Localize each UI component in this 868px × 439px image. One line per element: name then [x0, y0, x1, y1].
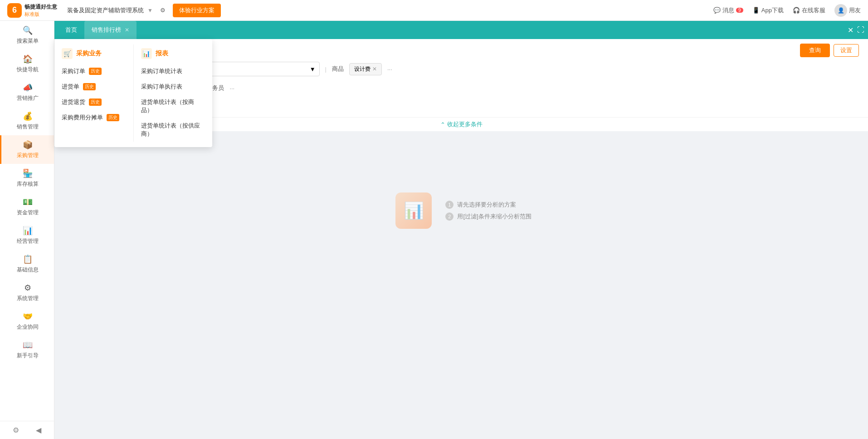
set-button[interactable]: 设置	[834, 44, 859, 57]
settings-icon[interactable]: ⚙	[156, 4, 169, 17]
user-menu-button[interactable]: 👤 用友	[834, 4, 861, 17]
tab-close-window-icon[interactable]: ✕	[848, 26, 853, 35]
purchase-business-column: 🛒 采购业务 采购订单历史进货单历史进货退货历史采购费用分摊单历史	[54, 44, 133, 142]
sidebar-item-system[interactable]: ⚙系统管理	[0, 278, 54, 307]
sidebar: 🔍搜索菜单🏠快捷导航📣营销推广💰销售管理📦采购管理🏪库存核算💵资金管理📊经营管理…	[0, 21, 54, 439]
sales-label: 销售管理	[17, 123, 39, 131]
sidebar-item-search[interactable]: 🔍搜索菜单	[0, 21, 54, 49]
navigation-icon: 🏠	[23, 54, 33, 64]
purchase-dropdown-menu: 🛒 采购业务 采购订单历史进货单历史进货退货历史采购费用分摊单历史 📊 报表 采…	[54, 39, 212, 147]
report-menu-item[interactable]: 进货单统计表（按供应商）	[141, 118, 205, 142]
home-tab-label: 首页	[65, 26, 77, 34]
avatar: 👤	[834, 4, 847, 17]
sidebar-collapse-icon[interactable]: ◀	[36, 426, 41, 434]
basic-label: 基础信息	[17, 266, 39, 274]
tab-sales-ranking[interactable]: 销售排行榜 ✕	[84, 21, 137, 39]
report-menu-item[interactable]: 进货单统计表（按商品）	[141, 94, 205, 118]
menu-item-label: 采购费用分摊单	[62, 113, 103, 122]
inventory-label: 库存核算	[17, 180, 39, 188]
product-more-icon[interactable]: ···	[387, 66, 392, 73]
purchase-menu-item[interactable]: 进货退货历史	[62, 94, 126, 110]
app-download-button[interactable]: 📱 App下载	[752, 6, 784, 15]
separator-1: |	[325, 66, 327, 73]
salesperson-more-icon[interactable]: ···	[229, 85, 234, 92]
collapse-up-icon: ⌃	[440, 121, 445, 128]
search-icon: 🔍	[23, 25, 33, 35]
query-button[interactable]: 查询	[800, 44, 830, 57]
navigation-label: 快捷导航	[17, 66, 39, 74]
menu-item-label: 进货单统计表（按商品）	[141, 98, 205, 114]
tab-bar-right: ✕ ⛶	[848, 26, 864, 35]
phone-icon: 📱	[752, 7, 760, 14]
sidebar-items: 🔍搜索菜单🏠快捷导航📣营销推广💰销售管理📦采购管理🏪库存核算💵资金管理📊经营管理…	[0, 21, 54, 364]
industry-button[interactable]: 体验行业方案	[173, 4, 221, 17]
marketing-icon: 📣	[23, 83, 33, 93]
sidebar-item-operation[interactable]: 📊经营管理	[0, 221, 54, 250]
dropdown-arrow-icon[interactable]: ▼	[147, 7, 153, 14]
empty-tip-2: 2 用[过滤]条件来缩小分析范围	[445, 211, 531, 222]
sidebar-item-guide[interactable]: 📖新手引导	[0, 335, 54, 364]
system-icon: ⚙	[24, 283, 31, 293]
product-label: 商品	[332, 65, 344, 73]
tip-num-1: 1	[445, 201, 454, 209]
notification-badge: 9	[736, 8, 743, 13]
cooperation-icon: 🤝	[23, 311, 33, 321]
basic-icon: 📋	[23, 254, 33, 264]
sidebar-item-cooperation[interactable]: 🤝企业协同	[0, 307, 54, 335]
report-menu-item[interactable]: 采购订单统计表	[141, 64, 205, 79]
logo-area: 6 畅捷通好生意 标准版	[7, 3, 62, 18]
online-service-button[interactable]: 🎧 在线客服	[793, 6, 825, 15]
tab-fullscreen-icon[interactable]: ⛶	[857, 26, 864, 34]
logo-text: 畅捷通好生意 标准版	[24, 3, 57, 18]
history-badge: 历史	[89, 68, 102, 75]
purchase-menu-item[interactable]: 采购订单历史	[62, 64, 126, 79]
operation-label: 经营管理	[17, 237, 39, 245]
sidebar-item-sales[interactable]: 💰销售管理	[0, 107, 54, 135]
system-label: 系统管理	[17, 295, 39, 302]
finance-label: 资金管理	[17, 209, 39, 217]
guide-icon: 📖	[23, 340, 33, 350]
purchase-label: 采购管理	[17, 152, 39, 159]
inventory-icon: 🏪	[23, 168, 33, 178]
purchase-menu-item[interactable]: 采购费用分摊单历史	[62, 110, 126, 125]
sales-icon: 💰	[23, 111, 33, 121]
purchase-items-list: 采购订单历史进货单历史进货退货历史采购费用分摊单历史	[62, 64, 126, 125]
purchase-column-header: 🛒 采购业务	[62, 44, 126, 64]
sales-ranking-tab-label: 销售排行榜	[92, 26, 121, 34]
report-column: 📊 报表 采购订单统计表采购订单执行表进货单统计表（按商品）进货单统计表（按供应…	[133, 44, 213, 142]
tab-home[interactable]: 首页	[58, 21, 84, 39]
tab-bar: 首页 销售排行榜 ✕ ✕ ⛶	[54, 21, 868, 39]
cooperation-label: 企业协同	[17, 323, 39, 331]
report-icon: 📊	[141, 48, 152, 59]
empty-illustration: 📊	[391, 188, 436, 233]
headset-icon: 🎧	[793, 7, 800, 14]
search-label: 搜索菜单	[17, 37, 39, 45]
sidebar-item-finance[interactable]: 💵资金管理	[0, 192, 54, 221]
sidebar-item-basic[interactable]: 📋基础信息	[0, 250, 54, 278]
empty-state: 📊 1 请先选择要分析的方案 2 用[过滤]条件来缩小分析范围	[54, 131, 868, 290]
purchase-menu-item[interactable]: 进货单历史	[62, 79, 126, 94]
sidebar-bottom: ⚙ ◀	[0, 421, 54, 439]
sidebar-item-purchase[interactable]: 📦采购管理	[0, 135, 54, 164]
empty-tips: 1 请先选择要分析的方案 2 用[过滤]条件来缩小分析范围	[445, 199, 531, 222]
finance-icon: 💵	[23, 197, 33, 207]
tab-close-icon[interactable]: ✕	[125, 27, 129, 33]
report-menu-item[interactable]: 采购订单执行表	[141, 79, 205, 94]
menu-item-label: 采购订单	[62, 67, 85, 75]
sidebar-item-marketing[interactable]: 📣营销推广	[0, 78, 54, 107]
history-badge: 历史	[83, 83, 96, 90]
guide-label: 新手引导	[17, 352, 39, 360]
message-icon: 💬	[713, 7, 721, 14]
system-title: 装备及固定资产辅助管理系统	[67, 6, 144, 15]
header-right: 💬 消息 9 📱 App下载 🎧 在线客服 👤 用友	[713, 4, 861, 17]
history-badge: 历史	[107, 114, 119, 121]
empty-tip-1: 1 请先选择要分析的方案	[445, 199, 531, 211]
product-tag: 设计费 ✕	[349, 63, 382, 75]
product-tag-close[interactable]: ✕	[372, 66, 377, 72]
sidebar-item-inventory[interactable]: 🏪库存核算	[0, 164, 54, 192]
sidebar-settings-icon[interactable]: ⚙	[13, 426, 19, 434]
notification-button[interactable]: 💬 消息 9	[713, 6, 743, 15]
select-arrow-icon: ▼	[310, 66, 316, 73]
sidebar-item-navigation[interactable]: 🏠快捷导航	[0, 49, 54, 78]
header-middle: 装备及固定资产辅助管理系统 ▼ ⚙ 体验行业方案	[62, 4, 713, 17]
